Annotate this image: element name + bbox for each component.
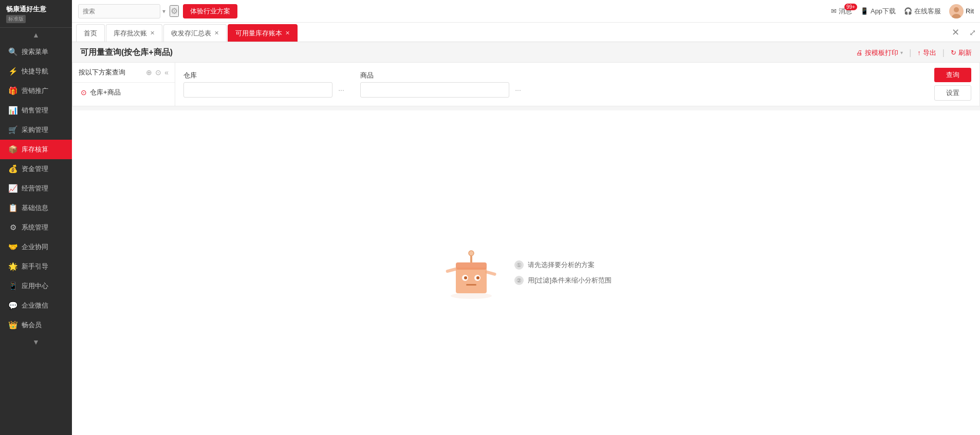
crown-icon: 👑	[8, 320, 17, 330]
tab-batch-account-label: 库存批次账	[114, 29, 147, 38]
sidebar-brand: 畅康通好生意	[6, 5, 66, 14]
sidebar-item-shortcut[interactable]: ⚡ 快捷导航	[0, 62, 72, 81]
warehouse-input[interactable]	[183, 82, 332, 98]
scroll-down-arrow[interactable]: ▼	[32, 337, 40, 347]
operations-icon: 📈	[8, 184, 17, 193]
tab-collect-account-label: 收发存汇总表	[171, 29, 211, 38]
product-input-row: ···	[360, 82, 525, 98]
tip-item-1: ① 请先选择要分析的方案	[514, 260, 612, 270]
sidebar-item-member[interactable]: 👑 畅会员	[0, 315, 72, 335]
svg-rect-13	[446, 267, 457, 273]
sidebar-item-purchase[interactable]: 🛒 采购管理	[0, 120, 72, 140]
page-header-actions: 🖨 按模板打印 ▾ | ↑ 导出 | ↻ 刷新	[856, 48, 972, 58]
print-template-button[interactable]: 🖨 按模板打印 ▾	[856, 48, 903, 58]
sidebar-item-onboarding[interactable]: 🌟 新手引导	[0, 257, 72, 276]
sidebar-header: 畅康通好生意 标准版	[0, 0, 72, 28]
message-button[interactable]: ✉ 消息 99+	[831, 7, 852, 16]
sidebar-item-inventory[interactable]: 📦 库存核算	[0, 140, 72, 159]
warehouse-input-row: ···	[183, 82, 348, 98]
page-content: 可用量查询(按仓库+商品) 🖨 按模板打印 ▾ | ↑ 导出 | ↻ 刷新	[72, 42, 980, 435]
sidebar-item-search[interactable]: 🔍 搜索菜单	[0, 42, 72, 62]
sidebar: 畅康通好生意 标准版 ▲ 🔍 搜索菜单 ⚡ 快捷导航 🎁 营销推广 📊 销售管理…	[0, 0, 72, 435]
refresh-button[interactable]: ↻ 刷新	[951, 48, 972, 58]
sidebar-item-basic[interactable]: 📋 基础信息	[0, 198, 72, 218]
tab-batch-account-close-icon[interactable]: ✕	[150, 30, 155, 36]
empty-state: ① 请先选择要分析的方案 ② 用[过滤]条件来缩小分析范围	[72, 110, 980, 435]
sidebar-item-label: 库存核算	[22, 145, 48, 154]
sidebar-item-label: 搜索菜单	[22, 47, 48, 56]
query-buttons: 查询 设置	[926, 63, 979, 106]
warehouse-more-button[interactable]: ···	[335, 83, 348, 97]
sidebar-item-label: 系统管理	[22, 223, 48, 232]
svg-rect-10	[466, 284, 476, 286]
tip-item-2: ② 用[过滤]条件来缩小分析范围	[514, 276, 612, 285]
tabs-bar: 首页 库存批次账 ✕ 收发存汇总表 ✕ 可用量库存账本 ✕ ✕ ⤢	[72, 23, 980, 42]
tab-batch-account[interactable]: 库存批次账 ✕	[106, 24, 162, 42]
sidebar-item-sales[interactable]: 📊 销售管理	[0, 101, 72, 120]
inventory-icon: 📦	[8, 145, 17, 154]
sidebar-item-label: 营销推广	[22, 86, 48, 96]
tabs-bar-expand-icon[interactable]: ⤢	[969, 27, 976, 37]
add-scheme-icon[interactable]: ⊕	[146, 68, 152, 77]
basic-icon: 📋	[8, 203, 17, 213]
collapse-scheme-icon[interactable]: «	[164, 68, 169, 77]
cart-icon: 🛒	[8, 125, 17, 135]
scroll-up-arrow[interactable]: ▲	[32, 30, 40, 40]
username-label: Rit	[966, 7, 974, 15]
sidebar-item-label: 企业微信	[22, 301, 48, 310]
page-header: 可用量查询(按仓库+商品) 🖨 按模板打印 ▾ | ↑ 导出 | ↻ 刷新	[72, 42, 980, 62]
trial-industry-button[interactable]: 体验行业方案	[183, 4, 237, 18]
main-area: ▾ ⚙ 体验行业方案 ✉ 消息 99+ 📱 App下载 🎧 在线客服	[72, 0, 980, 435]
tip-text-1: 请先选择要分析的方案	[528, 260, 595, 270]
sidebar-item-enterprise[interactable]: 🤝 企业协同	[0, 237, 72, 257]
tab-available-ledger-close-icon[interactable]: ✕	[285, 30, 290, 36]
svg-point-9	[476, 276, 479, 279]
sidebar-item-app-center[interactable]: 📱 应用中心	[0, 276, 72, 296]
star-icon: 🌟	[8, 262, 17, 271]
product-more-button[interactable]: ···	[511, 83, 525, 97]
tab-collect-account[interactable]: 收发存汇总表 ✕	[163, 24, 227, 42]
message-icon: ✉	[831, 7, 837, 15]
online-service-button[interactable]: 🎧 在线客服	[904, 7, 941, 16]
svg-point-12	[469, 251, 474, 256]
product-label: 商品	[360, 71, 525, 80]
sidebar-item-operations[interactable]: 📈 经营管理	[0, 179, 72, 198]
tab-available-ledger[interactable]: 可用量库存账本 ✕	[228, 24, 298, 42]
sidebar-item-system[interactable]: ⚙ 系统管理	[0, 218, 72, 237]
settings-scheme-icon[interactable]: ⊙	[155, 68, 161, 77]
handshake-icon: 🤝	[8, 242, 17, 252]
export-button[interactable]: ↑ 导出	[917, 48, 936, 58]
app-download-button[interactable]: 📱 App下载	[860, 7, 896, 16]
tabs-bar-close-icon[interactable]: ✕	[952, 27, 959, 38]
sidebar-item-label: 快捷导航	[22, 67, 48, 76]
message-badge: 99+	[844, 4, 857, 10]
topbar-search-area: ▾	[78, 4, 165, 18]
tab-home[interactable]: 首页	[76, 24, 105, 42]
chevron-down-icon[interactable]: ▾	[162, 8, 165, 15]
sidebar-nav: ▲ 🔍 搜索菜单 ⚡ 快捷导航 🎁 营销推广 📊 销售管理 🛒 采购管理 📦 库…	[0, 28, 72, 435]
mobile-icon: 📱	[860, 7, 868, 15]
sidebar-item-finance[interactable]: 💰 资金管理	[0, 159, 72, 179]
svg-rect-4	[456, 268, 487, 293]
sidebar-item-marketing[interactable]: 🎁 营销推广	[0, 81, 72, 101]
app-download-label: App下载	[871, 7, 896, 16]
settings-icon[interactable]: ⚙	[170, 5, 179, 17]
tab-collect-account-close-icon[interactable]: ✕	[214, 30, 219, 36]
settings-button[interactable]: 设置	[934, 85, 971, 101]
search-icon: 🔍	[8, 47, 17, 56]
print-label: 按模板打印	[865, 48, 898, 58]
empty-illustration	[440, 242, 502, 304]
divider2: |	[942, 48, 945, 58]
scheme-item-warehouse-product[interactable]: ⊙ 仓库+商品	[72, 83, 175, 102]
svg-point-3	[451, 293, 492, 299]
chart-icon: 📊	[8, 106, 17, 115]
topbar: ▾ ⚙ 体验行业方案 ✉ 消息 99+ 📱 App下载 🎧 在线客服	[72, 0, 980, 23]
sidebar-item-enterprise-wechat[interactable]: 💬 企业微信	[0, 296, 72, 315]
headset-icon: 🎧	[904, 7, 912, 15]
tip-num-2: ②	[514, 276, 524, 285]
product-input[interactable]	[360, 82, 509, 98]
query-button[interactable]: 查询	[934, 68, 971, 82]
user-profile-button[interactable]: Rit	[949, 4, 974, 18]
page-title: 可用量查询(按仓库+商品)	[80, 47, 173, 58]
topbar-search-input[interactable]	[78, 4, 160, 18]
